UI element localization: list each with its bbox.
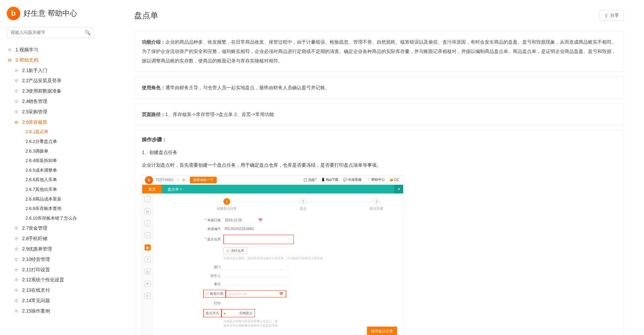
- expand-icon: [13, 246, 19, 252]
- nav-2-8[interactable]: 2.8手机旺铺: [7, 233, 94, 244]
- steps-section: 操作步骤： 1、创建盘点任务 企业计划盘点时，首先需要创建一个盘点任务，用于确定…: [134, 130, 624, 335]
- expand-icon: [13, 78, 19, 84]
- shot-tabs: 首页 盘点单 × ×: [142, 185, 403, 193]
- nav-2-6-9[interactable]: 2.6.9库存账本查询: [7, 204, 94, 214]
- nav-2-6[interactable]: 2.6库存核算: [7, 117, 94, 127]
- tool-icon: ⚑: [145, 281, 151, 287]
- brand-title: 好生意 帮助中心: [23, 8, 77, 18]
- shot-service: 💬 在线客服: [343, 177, 362, 182]
- shot-field-person: 经手人: [203, 274, 396, 278]
- shot-msg: 📋 消息0: [303, 177, 316, 182]
- search-input[interactable]: [7, 27, 94, 38]
- expand-icon: [13, 225, 19, 231]
- nav-2-6-8[interactable]: 2.6.8商品成本重算: [7, 194, 94, 204]
- nav-video-learning[interactable]: 1.视频学习: [7, 45, 94, 55]
- shot-trial-button: 我要体验一下: [190, 177, 217, 183]
- expand-icon: [13, 297, 19, 303]
- nav-2-6-4[interactable]: 2.6.4组装拆卸单: [7, 156, 94, 166]
- expand-icon: [13, 88, 19, 94]
- box-icon: ▭: [145, 232, 151, 238]
- setting-icon: ⚙: [145, 293, 151, 299]
- nav-2-6-5[interactable]: 2.6.5成本调整单: [7, 166, 94, 175]
- expand-icon: [13, 98, 19, 104]
- share-button[interactable]: ⇪ 分享: [599, 10, 624, 21]
- shot-step-1: 1创建盘点任务: [217, 198, 237, 211]
- shot-freeze-hint: 勾选后盘点期间，该仓库将无法做出入库业务，不勾选则不影响出入库业务: [223, 256, 396, 261]
- collapse-icon: [13, 119, 19, 125]
- shot-help: ❔ 帮助中心: [366, 177, 385, 182]
- intro-text: 企业的商品品种多、收发频繁，在日常商品收发、保管过程中，由于计量错误、检验疏忽、…: [142, 39, 616, 63]
- shot-field-mode: 盘点方式 ● 实物盘点: [203, 309, 396, 317]
- nav-2-2[interactable]: 2.2产品安装及登录: [7, 75, 94, 86]
- nav-2-7[interactable]: 2.7资金管理: [7, 223, 94, 233]
- shot-field-warehouse: * 盘点仓库 ﹀: [203, 235, 396, 244]
- step1-title: 1、创建盘点任务: [142, 148, 616, 157]
- nav-2-6-10[interactable]: 2.6.10库存账本错了怎么办: [7, 214, 94, 223]
- nav-2-6-6[interactable]: 2.6.6其他入库单: [7, 175, 94, 185]
- shot-tab-home: 首页: [142, 185, 162, 193]
- nav-2-5[interactable]: 2.5采购管理: [7, 107, 94, 117]
- expand-icon: [13, 109, 19, 115]
- path-card: 页面路径：1、库存核算->库存管理->盘点单 2、首页->常用功能: [134, 103, 624, 125]
- nav-tree: 1.视频学习 2.帮助文档 2.1新手入门 2.2产品安装及登录 2.3使用前数…: [7, 45, 94, 316]
- nav-2-11[interactable]: 2.11打印设置: [7, 265, 94, 275]
- role-text: 通常由财务主导，与仓管人员一起实地盘点，最终由财务人员确认盈亏并记账。: [165, 85, 330, 90]
- expand-icon: [13, 236, 19, 242]
- nav-2-6-3[interactable]: 2.6.3调拨单: [7, 147, 94, 156]
- nav-2-6-1[interactable]: 2.6.1盘点单: [7, 127, 94, 137]
- step1-desc: 企业计划盘点时，首先需要创建一个盘点任务，用于确定盘点仓库，仓库是否要冻结，是否…: [142, 160, 616, 170]
- shot-tenant: TEST-H002: [156, 178, 173, 182]
- expand-icon: [13, 256, 19, 262]
- nav-2-15[interactable]: 2.15操作案例: [7, 306, 94, 316]
- money-icon: ￥: [145, 257, 151, 263]
- role-card: 使用角色：通常由财务主导，与仓管人员一起实地盘点，最终由财务人员确认盈亏并记账。: [134, 76, 624, 99]
- path-text: 1、库存核算->库存管理->盘点单 2、首页->常用功能: [165, 112, 274, 117]
- expand-icon: [13, 287, 19, 293]
- shot-tab-close-icon: ×: [394, 185, 403, 193]
- checkbox-icon: ☐: [226, 249, 229, 253]
- expand-icon: [13, 277, 19, 283]
- expand-icon: [13, 67, 19, 73]
- shot-step-2: 2盘点: [300, 198, 307, 211]
- nav-2-1[interactable]: 2.1新手入门: [7, 65, 94, 76]
- nav-2-4[interactable]: 2.4销售管理: [7, 96, 94, 107]
- chevron-down-icon: ﹀: [286, 265, 289, 269]
- stock-icon: ▣: [145, 244, 151, 250]
- shot-step-3: 3盘点完成: [370, 198, 383, 211]
- calendar-icon: 📅: [279, 292, 283, 296]
- shot-avatar: 🐱 CC: [389, 178, 399, 182]
- nav-help-docs[interactable]: 2.帮助文档: [7, 55, 94, 65]
- divider: ∨: [176, 178, 179, 182]
- nav-2-13[interactable]: 2.13在线支付: [7, 285, 94, 295]
- nav-2-6-7[interactable]: 2.6.7其他出库单: [7, 185, 94, 194]
- sidebar: b 好生意 帮助中心 🔍 1.视频学习 2.帮助文档 2.1新手入门 2.2产品…: [0, 0, 101, 335]
- intro-card: 功能介绍：企业的商品品种多、收发频繁，在日常商品收发、保管过程中，由于计量错误、…: [134, 31, 624, 72]
- collapse-icon: [7, 57, 13, 63]
- shot-header: b TEST-H002 ∨ ⚙ 我要体验一下 📋 消息0 📱 App下载 💬 在…: [142, 175, 403, 185]
- page-title: 盘点单: [134, 10, 158, 21]
- shot-field-dept: 部门﹀: [203, 264, 396, 270]
- shot-logo-icon: b: [145, 176, 153, 184]
- nav-2-10[interactable]: 2.10经营管理: [7, 254, 94, 265]
- nav-2-14[interactable]: 2.14常见问题: [7, 295, 94, 306]
- brand: b 好生意 帮助中心: [7, 7, 94, 20]
- shot-save-button: 保存盘点任务: [367, 327, 397, 335]
- shot-field-booktime: ⓘ 账面日期 yyyy-mm-dd📅: [203, 290, 396, 298]
- cart-icon: ◇: [145, 220, 151, 226]
- share-icon: ⇪: [604, 13, 608, 18]
- home-icon: ⌂: [145, 196, 151, 202]
- gear-icon: ⚙: [182, 178, 185, 182]
- main-content: 盘点单 ⇪ 分享 功能介绍：企业的商品品种多、收发频繁，在日常商品收发、保管过程…: [101, 0, 644, 335]
- shot-field-remark: 备注: [203, 282, 396, 286]
- nav-2-12[interactable]: 2.12系统个性化设置: [7, 275, 94, 285]
- expand-icon: [7, 47, 13, 53]
- nav-2-6-2[interactable]: 2.6.2分量盘点单: [7, 137, 94, 147]
- expand-icon: [13, 308, 19, 314]
- search-icon[interactable]: 🔍: [85, 30, 91, 35]
- nav-2-3[interactable]: 2.3使用前数据准备: [7, 86, 94, 96]
- logo-icon: b: [7, 7, 20, 20]
- shot-side-nav: ⌂ ▤ ◇ ▭ ▣ ￥ ▥ ⚑ ⚙: [142, 193, 153, 335]
- nav-2-9[interactable]: 2.9优惠券管理: [7, 244, 94, 254]
- calendar-icon: 📅: [258, 218, 262, 222]
- search-box: 🔍: [7, 27, 94, 38]
